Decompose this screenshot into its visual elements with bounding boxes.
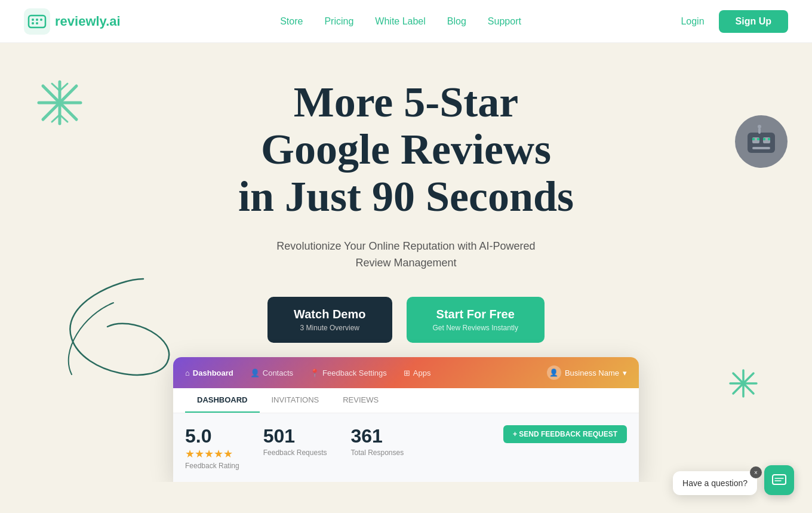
svg-rect-22 [768, 138, 770, 140]
send-feedback-button[interactable]: + SEND FEEDBACK REQUEST [503, 425, 627, 443]
dashboard-tabs: DASHBOARD INVITATIONS REVIEWS [173, 388, 639, 413]
nav-item-store[interactable]: Store [280, 16, 303, 27]
svg-point-6 [36, 22, 38, 24]
stat-total-responses: 361 Total Responses [350, 425, 404, 470]
svg-rect-24 [758, 128, 761, 134]
nav-right: Login Sign Up [681, 10, 788, 33]
dashboard-topbar: ⌂ Dashboard 👤 Contacts 📍 Feedback Settin… [173, 357, 639, 388]
robot-icon [734, 115, 788, 168]
svg-point-25 [758, 125, 761, 128]
dash-nav-contacts[interactable]: 👤 Contacts [250, 368, 293, 377]
snowflake-left-icon [36, 79, 84, 127]
watch-demo-button[interactable]: Watch Demo 3 Minute Overview [267, 297, 392, 343]
business-name-display: 👤 Business Name ▾ [547, 365, 627, 380]
chat-close-button[interactable]: × [750, 466, 762, 478]
svg-rect-21 [763, 138, 765, 140]
svg-point-5 [32, 22, 34, 24]
tab-reviews[interactable]: REVIEWS [331, 388, 390, 413]
svg-point-4 [40, 19, 42, 21]
svg-point-2 [32, 19, 34, 21]
start-free-sublabel: Get New Reviews Instantly [433, 324, 518, 332]
logo[interactable]: reviewly.ai [24, 8, 121, 35]
nav-links: Store Pricing White Label Blog Support [280, 16, 521, 27]
chat-question-text: Have a question? [682, 478, 748, 488]
dash-nav-apps[interactable]: ⊞ Apps [404, 368, 431, 377]
dashboard-preview: ⌂ Dashboard 👤 Contacts 📍 Feedback Settin… [173, 357, 639, 482]
svg-rect-23 [752, 147, 770, 149]
scribble-decoration [24, 267, 191, 398]
stat-feedback-requests: 501 Feedback Requests [263, 425, 327, 470]
start-free-button[interactable]: Start For Free Get New Reviews Instantly [407, 297, 545, 343]
watch-demo-sublabel: 3 Minute Overview [300, 324, 359, 332]
navbar: reviewly.ai Store Pricing White Label Bl… [0, 0, 812, 43]
nav-item-white-label[interactable]: White Label [375, 16, 426, 27]
tab-dashboard[interactable]: DASHBOARD [185, 388, 260, 413]
dashboard-stats: 5.0 ★★★★★ Feedback Rating 501 Feedback R… [185, 425, 491, 470]
nav-item-pricing[interactable]: Pricing [324, 16, 353, 27]
svg-rect-0 [24, 8, 50, 35]
hero-section: More 5-Star Google Reviews in Just 90 Se… [0, 43, 812, 482]
dash-nav-feedback[interactable]: 📍 Feedback Settings [310, 368, 387, 377]
snowflake-right-icon [728, 368, 758, 398]
svg-rect-19 [757, 138, 759, 140]
svg-rect-30 [773, 475, 786, 484]
login-link[interactable]: Login [681, 16, 704, 27]
tab-invitations[interactable]: INVITATIONS [260, 388, 331, 413]
svg-rect-16 [748, 133, 775, 153]
dashboard-nav: ⌂ Dashboard 👤 Contacts 📍 Feedback Settin… [185, 368, 430, 377]
logo-text: reviewly.ai [55, 14, 121, 29]
signup-button[interactable]: Sign Up [719, 10, 788, 33]
dash-nav-dashboard[interactable]: ⌂ Dashboard [185, 368, 233, 377]
svg-rect-18 [752, 138, 755, 140]
nav-item-support[interactable]: Support [488, 16, 521, 27]
nav-item-blog[interactable]: Blog [447, 16, 466, 27]
logo-icon [24, 8, 50, 35]
chat-icon [771, 472, 787, 488]
hero-title: More 5-Star Google Reviews in Just 90 Se… [12, 79, 800, 221]
svg-point-3 [36, 19, 38, 21]
chat-bubble: Have a question? × [673, 471, 757, 495]
dashboard-content: 5.0 ★★★★★ Feedback Rating 501 Feedback R… [173, 413, 639, 482]
stat-feedback-rating: 5.0 ★★★★★ Feedback Rating [185, 425, 239, 470]
chat-icon-button[interactable] [764, 465, 794, 495]
chat-widget: Have a question? × [673, 465, 794, 495]
